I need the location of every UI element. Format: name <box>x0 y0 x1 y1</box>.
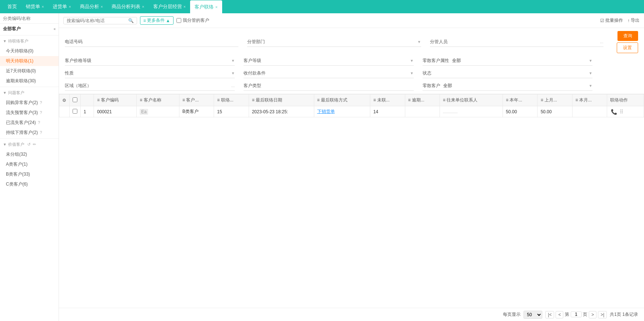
filter-price-level-label: 客户价格等级 <box>65 58 91 64</box>
filter-payment: 收付款条件 ▼ <box>244 69 413 78</box>
nav-customer-tier[interactable]: 客户分层经营 × <box>149 0 190 13</box>
nav-home-label: 首页 <box>7 0 17 13</box>
sidebar-class-b[interactable]: B类客户(33) <box>0 169 59 179</box>
nav-purchase-close[interactable]: × <box>69 0 71 13</box>
sidebar-declining[interactable]: 持续下滑客户(2) ? <box>0 128 59 138</box>
filter-retail-customer-value[interactable]: 全部 <box>443 83 587 89</box>
row-this-year-cell: 50.00 <box>503 106 538 117</box>
set-button[interactable]: 设置 <box>617 42 638 53</box>
pager-prev[interactable]: < <box>556 311 563 318</box>
my-customers-check[interactable] <box>176 18 181 23</box>
row-gear-cell <box>59 106 70 117</box>
row-this-month-cell <box>572 106 607 117</box>
th-no-contact: ≡ 未联... <box>370 94 405 106</box>
th-overdue: ≡ 逾期... <box>405 94 440 106</box>
sidebar-wait-contact-group[interactable]: ▼ 待联络客户 <box>0 36 59 46</box>
search-icon-btn[interactable]: 🔍 <box>128 18 134 23</box>
sidebar-tomorrow-contact[interactable]: 明天待联络(1) <box>0 56 59 66</box>
th-last-method: ≡ 最后联络方式 <box>314 94 370 106</box>
row-action-cell: 📞 ⠿ <box>607 106 644 117</box>
declining-help-icon: ? <box>40 130 42 135</box>
nav-customer-contact-close[interactable]: × <box>215 0 217 14</box>
table-footer: 每页显示 50 20 100 200 |< < 第 页 > >| 共1页 1条记… <box>59 308 644 321</box>
filter-retail-attr-value[interactable]: 全部 <box>452 58 587 64</box>
nav-product-list[interactable]: 商品分析列表 × <box>107 0 148 13</box>
search-bar: 🔍 ≡ 更多条件 ▲ 我分管的客户 ☑ 批量操作 ↑ 导出 <box>59 13 644 28</box>
row-checkbox[interactable] <box>73 109 77 114</box>
more-filter-label: 更多条件 <box>147 17 165 24</box>
th-gear: ⚙ <box>59 94 70 106</box>
batch-op-icon: ☑ <box>600 18 604 23</box>
th-this-year-label: ≡ 本年... <box>506 97 522 103</box>
nav-product-list-close[interactable]: × <box>142 0 144 13</box>
sidebar-churned[interactable]: 已流失客户(24) ? <box>0 118 59 128</box>
sidebar-search-input[interactable] <box>3 16 58 21</box>
nav-customer-contact[interactable]: 客户联络 × <box>190 0 222 14</box>
value-refresh-icon[interactable]: ↺ <box>27 142 31 147</box>
nav-product-analysis[interactable]: 商品分析 × <box>76 0 107 13</box>
nav-purchase[interactable]: 进货单 × <box>48 0 75 13</box>
filter-dept-arrow: ▼ <box>417 40 421 44</box>
filter-row-2: 客户价格等级 ▼ 客户等级 ▼ 零散客户属性 全部 ▼ <box>65 56 638 66</box>
nav-home[interactable]: 首页 <box>3 0 21 13</box>
nav-customer-tier-label: 客户分层经营 <box>153 0 182 13</box>
filter-manager: 分管人员 … <box>430 37 603 47</box>
sidebar-value-customer-group[interactable]: ▼ 价值客户 ↺ ✏ <box>0 139 59 149</box>
sidebar-today-contact[interactable]: 今天待联络(0) <box>0 46 59 56</box>
main-layout: 🔍 全部客户 « ▼ 待联络客户 今天待联络(0) 明天待联络(1) 近7天待联… <box>0 13 644 321</box>
pager-last[interactable]: >| <box>598 311 607 318</box>
filter-retail-customer-label: 零散客户 <box>423 83 440 89</box>
th-unit-contact: ≡ 往来单位联系人 <box>440 94 503 106</box>
sidebar-week-contact-label: 近7天待联络(0) <box>6 68 36 73</box>
page-number-input[interactable] <box>571 311 582 317</box>
sidebar-ungrouped[interactable]: 未分组(32) <box>0 149 59 159</box>
sidebar-repurchase-abnormal[interactable]: 回购异常客户(2) ? <box>0 98 59 108</box>
pager-first[interactable]: |< <box>545 311 554 318</box>
more-filter-btn[interactable]: ≡ 更多条件 ▲ <box>140 16 174 25</box>
sidebar-search-wrap: 🔍 <box>0 13 59 24</box>
export-btn[interactable]: ↑ 导出 <box>627 17 640 24</box>
row-contact: 15 <box>217 109 222 114</box>
nav-product-analysis-close[interactable]: × <box>101 0 103 13</box>
search-input[interactable] <box>67 18 128 23</box>
th-last-month: ≡ 上月... <box>538 94 572 106</box>
sidebar-week-contact[interactable]: 近7天待联络(0) <box>0 66 59 76</box>
query-button[interactable]: 查询 <box>617 31 638 41</box>
sidebar-class-c[interactable]: C类客户(6) <box>0 179 59 189</box>
content-area: 🔍 ≡ 更多条件 ▲ 我分管的客户 ☑ 批量操作 ↑ 导出 <box>59 13 644 321</box>
my-customers-checkbox[interactable]: 我分管的客户 <box>176 17 209 24</box>
nav-purchase-label: 进货单 <box>53 0 67 13</box>
sidebar-churned-label: 已流失客户(24) <box>6 120 36 125</box>
row-last-method[interactable]: 下销货单 <box>317 109 335 114</box>
sidebar-overdue-contact[interactable]: 逾期未联络(30) <box>0 76 59 86</box>
sidebar-churn-warning-label: 流失预警客户(3) <box>6 110 38 115</box>
th-overdue-label: ≡ 逾期... <box>408 97 424 103</box>
sidebar: 🔍 全部客户 « ▼ 待联络客户 今天待联络(0) 明天待联络(1) 近7天待联… <box>0 13 59 321</box>
th-this-year: ≡ 本年... <box>503 94 538 106</box>
th-last-month-label: ≡ 上月... <box>540 97 557 103</box>
gear-icon[interactable]: ⚙ <box>62 98 66 103</box>
filter-retail-customer-arrow: ▼ <box>589 84 592 88</box>
nav-sales-close[interactable]: × <box>42 0 44 13</box>
filter-retail-customer: 零散客户 全部 ▼ <box>423 81 592 91</box>
sidebar-problem-customer-group[interactable]: ▼ 问题客户 <box>0 88 59 98</box>
batch-op-btn[interactable]: ☑ 批量操作 <box>600 17 623 24</box>
page-size-select[interactable]: 50 20 100 200 <box>524 311 542 319</box>
sidebar-class-a[interactable]: A类客户(1) <box>0 159 59 169</box>
select-all-checkbox[interactable] <box>73 97 77 102</box>
filter-price-level-arrow: ▼ <box>231 59 235 63</box>
filter-payment-arrow: ▼ <box>410 71 414 75</box>
sidebar-churn-warning[interactable]: 流失预警客户(3) ? <box>0 108 59 118</box>
nav-sales[interactable]: 销货单 × <box>21 0 48 13</box>
value-edit-icon[interactable]: ✏ <box>33 142 36 147</box>
filter-actions: 查询 设置 <box>617 31 638 53</box>
row-more-icon[interactable]: ⠿ <box>619 109 624 115</box>
th-name-label: ≡ 客户名称 <box>140 97 161 103</box>
nav-customer-tier-close[interactable]: × <box>183 0 186 13</box>
pager-next[interactable]: > <box>589 311 596 318</box>
row-code: 000021 <box>97 109 112 114</box>
search-input-wrap: 🔍 <box>63 17 137 24</box>
row-phone-icon[interactable]: 📞 <box>610 109 618 115</box>
sidebar-declining-label: 持续下滑客户(2) <box>6 130 38 135</box>
sidebar-all-customers[interactable]: 全部客户 « <box>0 24 59 34</box>
